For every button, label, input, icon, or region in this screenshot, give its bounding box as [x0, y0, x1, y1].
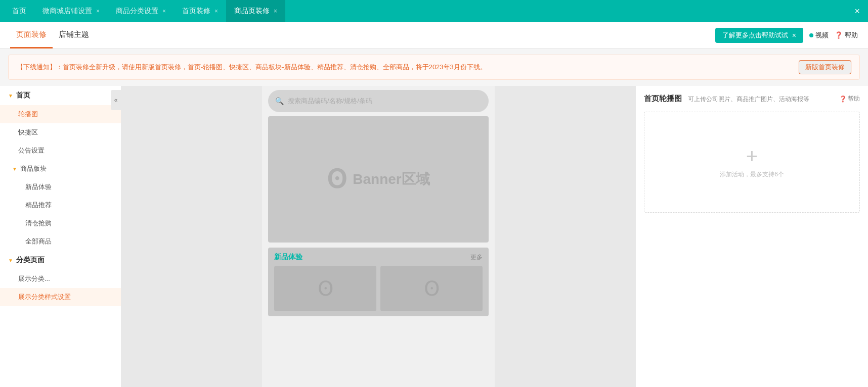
question-icon: ❓ — [835, 31, 843, 39]
plus-icon: + — [746, 146, 758, 166]
tab-category-settings[interactable]: 商品分类设置 × — [108, 0, 174, 22]
arrow-down-icon: ▼ — [8, 93, 13, 99]
arrow-down-icon-3: ▼ — [8, 258, 13, 263]
tab-product-decor-label: 商品页装修 — [234, 7, 270, 16]
search-icon: 🔍 — [275, 97, 284, 105]
tab-store-settings[interactable]: 微商城店铺设置 × — [34, 0, 108, 22]
right-panel-title: 首页轮播图 — [644, 94, 682, 103]
chevron-left-icon: « — [114, 96, 118, 104]
preview-area: 🔍 搜索商品编码/名称/规格/条码 ʘ Banner区域 新品体验 更多 ʘ — [121, 86, 635, 387]
sidebar-section-home[interactable]: ▼ 首页 — [0, 86, 121, 105]
banner-area: ʘ Banner区域 — [268, 116, 489, 243]
preview-phone: 🔍 搜索商品编码/名称/规格/条码 ʘ Banner区域 新品体验 更多 ʘ — [262, 86, 495, 387]
right-panel-help-button[interactable]: ❓ 帮助 — [839, 94, 860, 103]
search-bar: 🔍 搜索商品编码/名称/规格/条码 — [268, 90, 489, 112]
tab-product-decor-close[interactable]: × — [274, 8, 277, 15]
banner-text-label: Banner区域 — [353, 170, 429, 189]
tab-bar: 首页 微商城店铺设置 × 商品分类设置 × 首页装修 × 商品页装修 × × — [0, 0, 868, 22]
tab-category-settings-close[interactable]: × — [162, 8, 166, 15]
banner-logo-icon: ʘ — [327, 165, 346, 194]
product-section: 新品体验 更多 ʘ ʘ — [268, 248, 489, 316]
banner-logo: ʘ Banner区域 — [327, 165, 429, 194]
tab-store-settings-close[interactable]: × — [96, 8, 100, 15]
sidebar-item-featured[interactable]: 精品推荐 — [0, 196, 121, 214]
tab-home-decor[interactable]: 首页装修 × — [174, 0, 226, 22]
right-panel: 首页轮播图 可上传公司照片、商品推广图片、活动海报等 ❓ 帮助 + 添加活动，最… — [635, 86, 868, 387]
tab-home-decor-label: 首页装修 — [182, 7, 210, 16]
help-banner-text: 了解更多点击帮助试试 — [722, 31, 788, 40]
sidebar-item-banner[interactable]: 轮播图 — [0, 105, 121, 123]
product-card-2: ʘ — [380, 266, 483, 311]
product-section-title: 新品体验 — [274, 253, 302, 262]
sidebar-item-new-experience[interactable]: 新品体验 — [0, 178, 121, 196]
sidebar-item-clearance[interactable]: 清仓抢购 — [0, 214, 121, 232]
right-panel-title-group: 首页轮播图 可上传公司照片、商品推广图片、活动海报等 — [644, 94, 809, 104]
tab-product-decor[interactable]: 商品页装修 × — [226, 0, 285, 22]
sidebar-item-quick-zone[interactable]: 快捷区 — [0, 123, 121, 141]
product-grid: ʘ ʘ — [274, 266, 483, 311]
product-section-more: 更多 — [470, 253, 483, 262]
sub-nav-store-theme[interactable]: 店铺主题 — [53, 22, 95, 49]
tab-store-settings-label: 微商城店铺设置 — [42, 7, 92, 16]
sub-nav: 页面装修 店铺主题 了解更多点击帮助试试 × 视频 ❓ 帮助 — [0, 22, 868, 49]
product-section-header: 新品体验 更多 — [274, 253, 483, 262]
sidebar: « ▼ 首页 轮播图 快捷区 公告设置 ▼ 商品版块 新品体验 精品推荐 清仓抢… — [0, 86, 121, 387]
product-card-1: ʘ — [274, 266, 376, 311]
sidebar-item-notice-setting[interactable]: 公告设置 — [0, 141, 121, 160]
sub-nav-page-decor[interactable]: 页面装修 — [10, 22, 53, 49]
sidebar-item-all-products[interactable]: 全部商品 — [0, 232, 121, 251]
help-button[interactable]: ❓ 帮助 — [835, 31, 858, 40]
search-placeholder: 搜索商品编码/名称/规格/条码 — [288, 96, 372, 106]
sub-nav-right: 了解更多点击帮助试试 × 视频 ❓ 帮助 — [715, 28, 858, 43]
help-banner-close[interactable]: × — [792, 31, 796, 39]
question-circle-icon: ❓ — [839, 95, 847, 103]
main-layout: « ▼ 首页 轮播图 快捷区 公告设置 ▼ 商品版块 新品体验 精品推荐 清仓抢… — [0, 86, 868, 387]
product-icon-2: ʘ — [424, 277, 440, 300]
sidebar-subsection-product-block[interactable]: ▼ 商品版块 — [0, 160, 121, 178]
video-dot-icon — [809, 33, 813, 37]
new-homepage-decor-button[interactable]: 新版首页装修 — [799, 60, 851, 74]
right-panel-subtitle: 可上传公司照片、商品推广图片、活动海报等 — [688, 95, 809, 103]
tab-bar-close-button[interactable]: × — [850, 6, 864, 17]
arrow-down-icon-2: ▼ — [12, 166, 17, 172]
product-icon-1: ʘ — [318, 277, 333, 300]
right-panel-header: 首页轮播图 可上传公司照片、商品推广图片、活动海报等 ❓ 帮助 — [644, 94, 860, 104]
help-banner[interactable]: 了解更多点击帮助试试 × — [715, 28, 803, 43]
sidebar-collapse-button[interactable]: « — [111, 90, 121, 110]
upload-area[interactable]: + 添加活动，最多支持6个 — [644, 112, 860, 213]
notice-bar: 【下线通知】：首页装修全新升级，请使用新版首页装修，首页-轮播图、快捷区、商品板… — [8, 55, 860, 80]
video-button[interactable]: 视频 — [809, 31, 829, 40]
sidebar-item-category-style[interactable]: 展示分类样式设置 — [0, 288, 121, 306]
tab-home-decor-close[interactable]: × — [214, 8, 218, 15]
tab-category-settings-label: 商品分类设置 — [116, 7, 158, 16]
sidebar-item-show-category[interactable]: 展示分类... — [0, 270, 121, 288]
sidebar-section-category[interactable]: ▼ 分类页面 — [0, 251, 121, 270]
tab-home-label: 首页 — [12, 7, 26, 16]
upload-hint: 添加活动，最多支持6个 — [720, 170, 784, 179]
tab-home[interactable]: 首页 — [4, 0, 34, 22]
notice-text: 【下线通知】：首页装修全新升级，请使用新版首页装修，首页-轮播图、快捷区、商品板… — [17, 63, 487, 72]
